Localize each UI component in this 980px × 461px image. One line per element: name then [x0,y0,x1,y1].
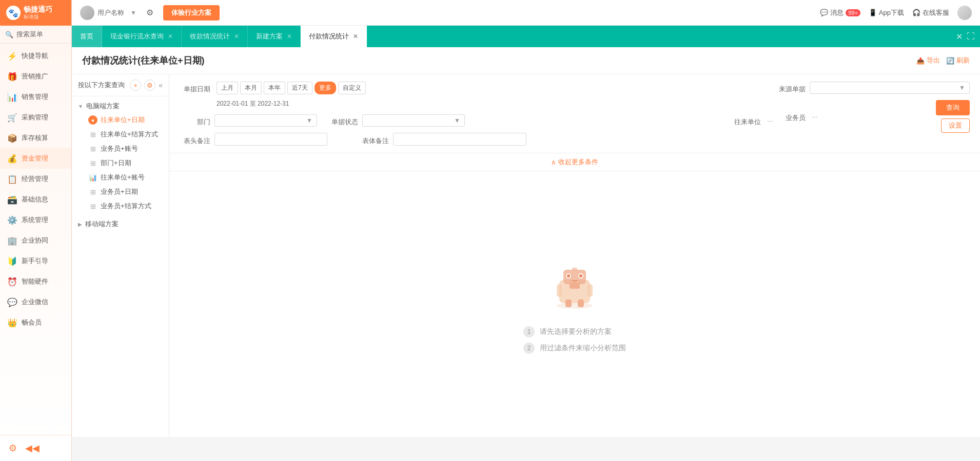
scheme-item-dept-date[interactable]: ⊞ 部门+日期 [78,156,163,170]
scheme-item-unit-date[interactable]: ● 往来单位+日期 [78,113,163,127]
online-service-action[interactable]: 🎧 在线客服 [912,8,949,17]
guide-icon: 🔰 [7,256,17,266]
sidebar-item-operations[interactable]: 📋 经营管理 [0,169,71,189]
sidebar-item-label: 资金管理 [22,154,48,163]
export-button[interactable]: 📤 导出 [916,56,940,65]
app-download-action[interactable]: 📱 App下载 [869,8,904,17]
sidebar-item-purchase[interactable]: 🛒 采购管理 [0,107,71,128]
sidebar-nav: ⚡ 快捷导航 🎁 营销推广 📊 销售管理 🛒 采购管理 📦 库存核算 💰 资金管… [0,44,71,435]
tab-bar: 首页 现金银行流水查询 ✕ 收款情况统计 ✕ 新建方案 ✕ 付款情况统计 ✕ ✕… [72,26,980,47]
scheme-item-unit-settlement[interactable]: ⊞ 往来单位+结算方式 [78,127,163,142]
sidebar-item-enterprise[interactable]: 🏢 企业协同 [0,230,71,251]
tab-new-scheme-close[interactable]: ✕ [287,33,292,40]
collapse-sidebar-btn[interactable]: ◀◀ [25,440,40,456]
trial-button[interactable]: 体验行业方案 [163,5,220,21]
date-btn-this-month[interactable]: 本月 [240,82,262,94]
header-note-input[interactable] [214,133,327,146]
date-btn-custom[interactable]: 自定义 [338,82,366,94]
sidebar-item-marketing[interactable]: 🎁 营销推广 [0,66,71,87]
step-2-num: 2 [523,343,535,354]
sales-icon: 📊 [7,92,17,102]
scheme-item-label: 往来单位+日期 [101,115,145,125]
receipt-status-select[interactable]: ▼ [362,114,465,127]
user-info: 用户名称 [80,6,124,20]
scheme-add-btn[interactable]: + [130,79,141,91]
query-button[interactable]: 查询 [936,100,970,115]
sidebar-item-hardware[interactable]: ⏰ 智能硬件 [0,271,71,292]
page-header-actions: 📤 导出 🔄 刷新 [916,56,970,65]
dept-select-arrow: ▼ [306,117,312,124]
date-range: 2022-01-01 至 2022-12-31 [217,99,775,108]
tab-expand-icon[interactable]: ⛶ [967,32,975,41]
user-dropdown-arrow[interactable]: ▼ [130,9,136,16]
online-service-label: 在线客服 [923,8,949,17]
svg-point-6 [579,274,582,277]
setting-button[interactable]: 设置 [941,118,970,133]
date-btn-this-year[interactable]: 本年 [264,82,285,94]
date-filter-control: 上月 本月 本年 近7天 更多 自定义 2022-0 [217,82,775,108]
tab-receipts-stats-close[interactable]: ✕ [234,33,239,40]
scheme-settings-btn[interactable]: ⚙ [144,79,155,91]
tab-receipts-stats[interactable]: 收款情况统计 ✕ [182,26,248,47]
body-note-input[interactable] [393,133,526,146]
scheme-item-staff-date[interactable]: ⊞ 业务员+日期 [78,185,163,199]
scheme-item-label: 部门+日期 [101,158,131,168]
refresh-button[interactable]: 🔄 刷新 [946,56,970,65]
sidebar-item-inventory[interactable]: 📦 库存核算 [0,128,71,148]
scheme-group-pc-header[interactable]: ▼ 电脑端方案 [78,102,163,111]
tab-bank-flow-close[interactable]: ✕ [168,33,173,40]
svg-rect-12 [572,268,577,271]
scheme-item-label: 往来单位+账号 [101,173,145,182]
staff-date-icon: ⊞ [88,187,97,196]
quick-nav-icon: ⚡ [7,51,17,61]
export-label: 导出 [927,56,940,65]
sidebar-item-system[interactable]: ⚙️ 系统管理 [0,210,71,230]
scheme-item-label: 业务员+账号 [101,144,138,153]
sidebar-item-member[interactable]: 👑 畅会员 [0,312,71,333]
tab-home[interactable]: 首页 [72,26,102,47]
search-menu[interactable]: 🔍 搜索菜单 [0,26,71,44]
scheme-item-staff-account[interactable]: ⊞ 业务员+账号 [78,142,163,156]
tab-bank-flow[interactable]: 现金银行流水查询 ✕ [102,26,182,47]
main-area: 用户名称 ▼ ⚙ 体验行业方案 💬 消息 99+ 📱 App下载 🎧 在线客服 [72,0,980,461]
scheme-item-unit-account[interactable]: 📊 往来单位+账号 [78,170,163,185]
sidebar-item-wechat[interactable]: 💬 企业微信 [0,292,71,312]
collapse-bar[interactable]: ∧ 收起更多条件 [169,153,980,171]
messages-action[interactable]: 💬 消息 99+ [820,8,860,17]
dept-select[interactable]: ▼ [214,114,317,127]
date-btn-last-month[interactable]: 上月 [217,82,238,94]
sidebar-item-label: 企业协同 [22,236,48,245]
hardware-icon: ⏰ [7,276,17,287]
pc-group-arrow: ▼ [78,104,83,109]
tab-new-scheme[interactable]: 新建方案 ✕ [248,26,301,47]
sidebar-item-basic-info[interactable]: 🗃️ 基础信息 [0,189,71,210]
counterpart-ellipsis[interactable]: ··· [765,115,775,127]
scheme-collapse-btn[interactable]: « [159,81,163,89]
scheme-item-label: 往来单位+结算方式 [101,130,158,139]
tab-payment-stats-label: 付款情况统计 [309,32,349,41]
date-btn-7days[interactable]: 近7天 [287,82,312,94]
counterpart-label: 往来单位 [730,114,761,127]
sidebar-item-label: 智能硬件 [22,277,48,286]
filter-panel: 单据日期 上月 本月 本年 近7天 更多 自定义 [169,74,980,437]
date-btn-more[interactable]: 更多 [315,82,336,94]
staff-ellipsis[interactable]: ··· [810,111,819,123]
sidebar-item-sales[interactable]: 📊 销售管理 [0,87,71,107]
tab-bank-flow-label: 现金银行流水查询 [110,32,164,41]
scheme-group-mobile-header[interactable]: ▶ 移动端方案 [78,219,163,229]
tab-payment-stats[interactable]: 付款情况统计 ✕ [301,26,367,47]
source-select[interactable]: ▼ [810,82,970,94]
tab-payment-stats-close[interactable]: ✕ [353,33,358,40]
operations-icon: 📋 [7,174,17,184]
sidebar-item-capital[interactable]: 💰 资金管理 [0,148,71,169]
scheme-item-staff-settlement[interactable]: ⊞ 业务员+结算方式 [78,199,163,213]
step-1-label: 请先选择要分析的方案 [540,327,612,336]
sidebar-item-quick-nav[interactable]: ⚡ 快捷导航 [0,46,71,66]
header-settings-icon[interactable]: ⚙ [143,6,157,20]
sidebar-item-label: 采购管理 [22,113,48,122]
filter-fields-1: 单据日期 上月 本月 本年 近7天 更多 自定义 [180,82,775,146]
settings-bottom-btn[interactable]: ⚙ [5,440,21,456]
tab-close-all-icon[interactable]: ✕ [956,32,963,42]
top-user-avatar[interactable] [957,6,972,20]
sidebar-item-guide[interactable]: 🔰 新手引导 [0,251,71,271]
